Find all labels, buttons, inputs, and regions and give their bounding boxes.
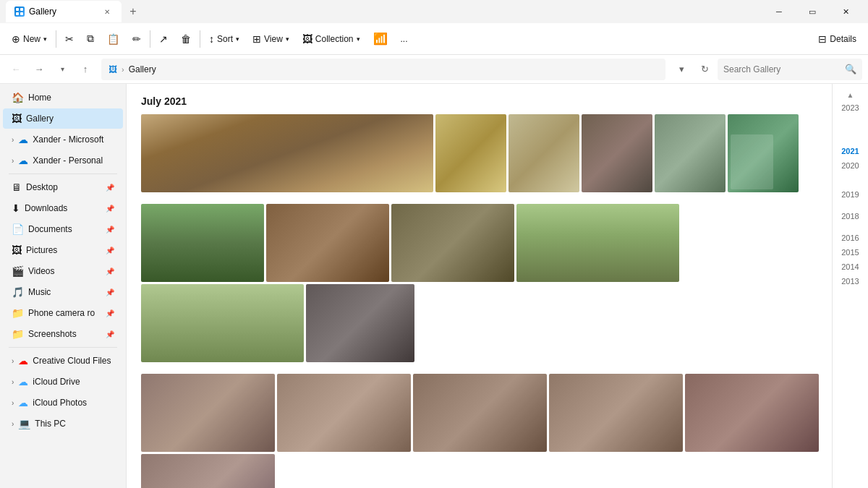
year-2021[interactable]: 2021 (835, 144, 864, 158)
sort-chevron-icon: ▾ (236, 35, 239, 43)
photo-board[interactable] (435, 114, 506, 192)
address-dropdown-button[interactable]: ▾ (671, 59, 692, 80)
view-icon: ⊞ (252, 33, 261, 45)
sidebar-divider-1 (9, 174, 117, 174)
window-controls: ─ ▭ ✕ (762, 0, 862, 23)
photo-sign[interactable] (728, 114, 799, 192)
sidebar-item-desktop[interactable]: 🖥 Desktop 📌 (3, 177, 123, 197)
sidebar-item-icloud-drive[interactable]: › ☁ iCloud Drive (3, 372, 123, 392)
photo-wren2[interactable] (277, 374, 411, 452)
photo-bird-sign[interactable] (141, 204, 264, 282)
recent-button[interactable]: ▾ (52, 59, 72, 80)
sidebar-item-gallery[interactable]: 🖼 Gallery (3, 108, 123, 129)
photo-wren6[interactable] (141, 454, 275, 488)
this-pc-icon: 💻 (18, 418, 30, 429)
photo-deadbird[interactable] (306, 284, 414, 362)
year-2023[interactable]: 2023 (835, 100, 864, 115)
view-button[interactable]: ⊞ View ▾ (247, 27, 295, 51)
year-2013[interactable]: 2013 (835, 274, 864, 288)
new-tab-button[interactable]: + (122, 1, 145, 22)
photo-cafe[interactable] (141, 114, 433, 192)
details-button[interactable]: ⊟ Details (812, 27, 862, 51)
maximize-button[interactable]: ▭ (796, 0, 829, 23)
refresh-button[interactable]: ↻ (694, 59, 715, 80)
photo-info[interactable] (509, 114, 579, 192)
sidebar-item-music[interactable]: 🎵 Music 📌 (3, 282, 123, 302)
new-icon: ⊕ (12, 33, 20, 45)
gallery-tab[interactable]: Gallery ✕ (6, 1, 122, 22)
photo-barn1[interactable] (582, 114, 652, 192)
year-2020[interactable]: 2020 (835, 158, 864, 173)
sidebar-item-xander-microsoft[interactable]: › ☁ Xander - Microsoft (3, 129, 123, 150)
sidebar-item-icloud-photos[interactable]: › ☁ iCloud Photos (3, 393, 123, 413)
sidebar-item-creative-cloud[interactable]: › ☁ Creative Cloud Files (3, 351, 123, 371)
delete-button[interactable]: 🗑 (175, 27, 197, 51)
year-2016[interactable]: 2016 (835, 231, 864, 245)
search-input[interactable] (723, 64, 841, 74)
sort-button[interactable]: ↕ Sort ▾ (203, 27, 245, 51)
tab-bar: Gallery ✕ + (6, 1, 762, 22)
photo-wren3[interactable] (413, 374, 547, 452)
sidebar-item-documents[interactable]: 📄 Documents 📌 (3, 219, 123, 239)
photo-crane[interactable] (141, 284, 304, 362)
downloads-icon: ⬇ (12, 202, 20, 214)
year-2015[interactable]: 2015 (835, 245, 864, 260)
up-button[interactable]: ↑ (75, 59, 95, 80)
photo-barn2[interactable] (655, 114, 726, 192)
sidebar-item-this-pc[interactable]: › 💻 This PC (3, 414, 123, 434)
sidebar-item-screenshots[interactable]: 📁 Screenshots 📌 (3, 324, 123, 344)
search-box[interactable]: 🔍 (718, 59, 862, 80)
pin-phone-camera-icon: 📌 (106, 309, 114, 317)
pin-pictures-icon: 📌 (106, 247, 114, 254)
delete-icon: 🗑 (181, 33, 191, 45)
forward-button[interactable]: → (29, 59, 49, 80)
photo-wren5[interactable] (685, 374, 819, 452)
collection-button[interactable]: 🖼 Collection ▾ (297, 27, 366, 51)
pin-screenshots-icon: 📌 (106, 330, 114, 338)
sidebar-item-xander-personal[interactable]: › ☁ Xander - Personal (3, 150, 123, 171)
back-button[interactable]: ← (6, 59, 26, 80)
photo-nest2[interactable] (391, 204, 514, 282)
pin-music-icon: 📌 (106, 288, 114, 296)
wifi-icon: 📶 (373, 32, 388, 46)
sidebar-item-videos[interactable]: 🎬 Videos 📌 (3, 261, 123, 281)
expand-icon-icloud: › (12, 378, 14, 386)
minimize-button[interactable]: ─ (762, 0, 796, 23)
toolbar: ⊕ New ▾ ✂ ⧉ 📋 ✏ ↗ 🗑 ↕ Sort ▾ ⊞ View ▾ 🖼 … (0, 23, 868, 55)
svg-rect-1 (20, 8, 23, 11)
more-button[interactable]: ... (395, 27, 414, 51)
sidebar-divider-2 (9, 347, 117, 348)
photo-nest1[interactable] (266, 204, 389, 282)
share-icon: ↗ (159, 33, 168, 45)
cut-button[interactable]: ✂ (59, 27, 80, 51)
sidebar-item-phone-camera[interactable]: 📁 Phone camera ro 📌 (3, 303, 123, 323)
address-path[interactable]: 🖼 › Gallery (101, 59, 665, 80)
photo-wren4[interactable] (549, 374, 683, 452)
sidebar-item-home[interactable]: 🏠 Home (3, 87, 123, 108)
timeline-arrow-up[interactable]: ▲ (846, 90, 856, 100)
rename-icon: ✏ (132, 33, 141, 45)
close-button[interactable]: ✕ (829, 0, 862, 23)
separator-1 (56, 30, 56, 48)
sidebar-item-pictures[interactable]: 🖼 Pictures 📌 (3, 240, 123, 260)
copy-button[interactable]: ⧉ (81, 27, 100, 51)
photo-wren1[interactable] (141, 374, 275, 452)
wifi-button[interactable]: 📶 (367, 27, 393, 51)
svg-rect-3 (20, 12, 23, 15)
sidebar-item-downloads[interactable]: ⬇ Downloads 📌 (3, 198, 123, 218)
paste-button[interactable]: 📋 (101, 27, 125, 51)
main-content: 🏠 Home 🖼 Gallery › ☁ Xander - Microsoft … (0, 84, 868, 488)
gallery-area: July 2021 (127, 84, 832, 488)
videos-icon: 🎬 (12, 265, 24, 277)
year-2018[interactable]: 2018 (835, 209, 864, 223)
share-button[interactable]: ↗ (153, 27, 174, 51)
content-area: July 2021 (127, 84, 868, 488)
new-button[interactable]: ⊕ New ▾ (6, 27, 53, 51)
desktop-icon: 🖥 (12, 181, 22, 193)
svg-rect-0 (16, 8, 19, 11)
year-2014[interactable]: 2014 (835, 260, 864, 274)
rename-button[interactable]: ✏ (127, 27, 147, 51)
tab-close-button[interactable]: ✕ (101, 6, 113, 17)
photo-field[interactable] (516, 204, 679, 282)
year-2019[interactable]: 2019 (835, 187, 864, 202)
